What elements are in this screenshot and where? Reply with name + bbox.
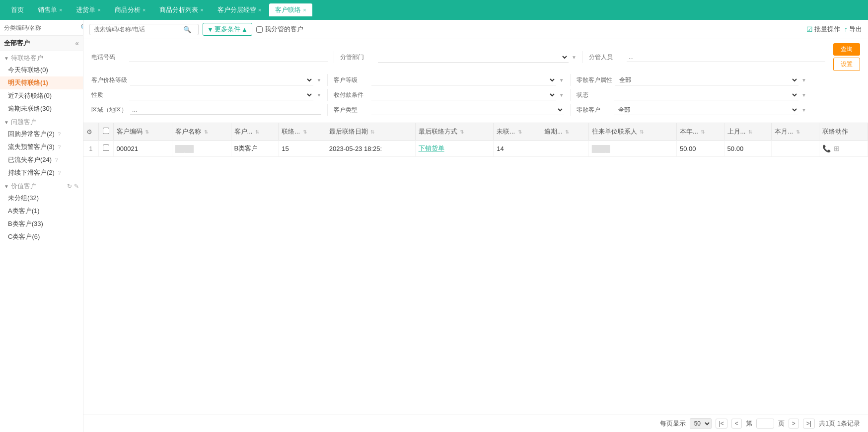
refresh-icon[interactable]: ↻	[67, 183, 72, 190]
setting-button[interactable]: 设置	[833, 58, 860, 71]
nav-customer-contact[interactable]: 客户联络 ×	[269, 3, 312, 16]
th-customer-code[interactable]: 客户编码 ⇅	[113, 123, 172, 141]
sidebar-item-repurchase-abnormal[interactable]: 回购异常客户(2) ?	[0, 128, 83, 141]
top-nav: 首页 销售单 × 进货单 × 商品分析 × 商品分析列表 × 客户分层经营 × …	[0, 0, 868, 20]
th-last-contact-method[interactable]: 最后联络方式 ⇅	[415, 123, 494, 141]
export-icon: ↑	[844, 25, 848, 33]
export-button[interactable]: ↑ 导出	[844, 25, 862, 34]
retail-customer-chevron-icon: ▼	[801, 107, 806, 113]
action-grid-icon[interactable]: ⊞	[834, 144, 840, 152]
filter-retail-customer-select[interactable]: 全部	[614, 105, 798, 115]
nav-goods-analysis-list[interactable]: 商品分析列表 ×	[153, 3, 209, 16]
th-uncontacted[interactable]: 未联... ⇅	[494, 123, 541, 141]
search-input[interactable]	[94, 26, 183, 33]
filter-customer-type-select[interactable]	[371, 105, 564, 115]
sidebar-item-tomorrow-contact[interactable]: 明天待联络(1)	[0, 76, 83, 89]
nav-sales[interactable]: 销售单 ×	[32, 3, 68, 16]
page-size-select[interactable]: 50	[690, 418, 712, 429]
help-icon2: ?	[58, 144, 61, 150]
sidebar-item-churn-warning[interactable]: 流失预警客户(3) ?	[0, 141, 83, 153]
my-customers-checkbox[interactable]	[256, 26, 263, 33]
sidebar-item-ungrouped[interactable]: 未分组(32)	[0, 192, 83, 205]
prev-page-button[interactable]: <	[731, 419, 742, 429]
filter-customer-level-select[interactable]	[371, 75, 556, 85]
filter-field-phone: 电话号码	[91, 53, 328, 62]
batch-op-button[interactable]: ☑ 批量操作	[806, 25, 840, 34]
next-page-button[interactable]: >	[789, 419, 799, 429]
filter-icon: ▼	[207, 26, 214, 33]
sidebar-item-churned[interactable]: 已流失客户(24) ?	[0, 153, 83, 166]
sidebar-item-today-contact[interactable]: 今天待联络(0)	[0, 64, 83, 76]
sidebar-item-a-class[interactable]: A类客户(1)	[0, 205, 83, 217]
filter-row-1: 电话号码 分管部门 ▼ 分管人员 查询 设	[91, 43, 860, 71]
last-method-link[interactable]: 下销货单	[419, 144, 444, 152]
nature-chevron-icon: ▼	[316, 92, 321, 98]
filter-nature-select[interactable]	[129, 90, 313, 100]
action-phone-icon[interactable]: 📞	[822, 144, 831, 152]
th-contact-count[interactable]: 联络... ⇅	[279, 123, 326, 141]
nav-goods-analysis[interactable]: 商品分析 ×	[109, 3, 151, 16]
nav-purchase[interactable]: 进货单 ×	[70, 3, 106, 16]
sidebar-search-input[interactable]	[4, 24, 78, 31]
filter-bar: 🔍 ▼ 更多条件 ▲ 我分管的客户 ☑ 批量操作 ↑ 导出	[83, 20, 868, 39]
filter-status-select[interactable]	[614, 90, 798, 100]
table-settings-icon[interactable]: ⚙	[83, 123, 98, 141]
filter-right-actions: ☑ 批量操作 ↑ 导出	[806, 25, 862, 34]
close-goods-list-icon[interactable]: ×	[200, 7, 203, 13]
row-code: 000021	[113, 141, 172, 157]
select-all-checkbox[interactable]	[103, 128, 109, 134]
my-customers-checkbox-area[interactable]: 我分管的客户	[256, 25, 303, 34]
sort-tmonth-icon: ⇅	[796, 129, 800, 135]
filter-row-2: 客户价格等级 ▼ 客户等级 ▼ 零散客户属性 全部 ▼	[91, 74, 860, 86]
help-icon3: ?	[55, 157, 58, 163]
row-this-month	[772, 141, 819, 157]
filter-manager-input[interactable]	[627, 53, 825, 62]
query-button[interactable]: 查询	[833, 43, 860, 56]
row-checkbox[interactable]	[103, 144, 109, 151]
th-last-contact-date[interactable]: 最后联络日期 ⇅	[326, 123, 415, 141]
sidebar-item-b-class[interactable]: B类客户(33)	[0, 217, 83, 230]
th-unit-contact[interactable]: 往来单位联系人 ⇅	[588, 123, 676, 141]
nav-home[interactable]: 首页	[5, 3, 30, 16]
th-this-year[interactable]: 本年... ⇅	[676, 123, 724, 141]
close-contact-icon[interactable]: ×	[303, 7, 306, 13]
close-sales-icon[interactable]: ×	[59, 7, 62, 13]
th-last-month[interactable]: 上月... ⇅	[724, 123, 772, 141]
sidebar: 🔍 全部客户 « ▼ 待联络客户 今天待联络(0) 明天待联络(1) 近7天待联…	[0, 20, 83, 432]
more-filter-button[interactable]: ▼ 更多条件 ▲	[203, 23, 252, 36]
first-page-button[interactable]: |<	[716, 419, 727, 429]
sidebar-collapse-icon[interactable]: «	[75, 39, 79, 47]
dept-chevron-icon: ▼	[572, 55, 577, 60]
filter-retail-attr-select[interactable]: 全部	[615, 75, 798, 85]
search-icon[interactable]: 🔍	[183, 26, 191, 33]
filter-region-input[interactable]	[130, 105, 321, 115]
close-tier-icon[interactable]: ×	[258, 7, 261, 13]
sidebar-all-customers[interactable]: 全部客户 «	[0, 36, 83, 51]
sidebar-item-declining[interactable]: 持续下滑客户(2) ?	[0, 166, 83, 179]
edit-icon[interactable]: ✎	[74, 183, 79, 190]
nav-customer-tier[interactable]: 客户分层经营 ×	[212, 3, 267, 16]
close-purchase-icon[interactable]: ×	[97, 7, 100, 13]
customer-level-chevron-icon: ▼	[559, 77, 564, 83]
advanced-filter-panel: 电话号码 分管部门 ▼ 分管人员 查询 设	[83, 39, 868, 123]
sidebar-item-overdue-contact[interactable]: 逾期未联络(30)	[0, 102, 83, 115]
row-last-method: 下销货单	[415, 141, 494, 157]
filter-dept-select[interactable]	[378, 52, 569, 63]
table-row: 1 000021 ████ B类客户 15 2023-05-23 18:25: …	[83, 141, 868, 157]
page-number-input[interactable]: 1	[756, 419, 774, 429]
filter-field-payment: 收付款条件 ▼	[334, 90, 564, 100]
filter-field-status: 状态 ▼	[577, 90, 806, 100]
last-page-button[interactable]: >|	[803, 419, 815, 429]
th-customer-cat[interactable]: 客户... ⇅	[231, 123, 279, 141]
th-overdue[interactable]: 逾期... ⇅	[541, 123, 588, 141]
filter-price-level-select[interactable]	[130, 75, 313, 85]
sidebar-item-c-class[interactable]: C类客户(6)	[0, 230, 83, 243]
filter-phone-input[interactable]	[129, 53, 328, 62]
close-goods-analysis-icon[interactable]: ×	[143, 7, 145, 13]
th-this-month[interactable]: 本月... ⇅	[772, 123, 819, 141]
row-uncontacted: 14	[494, 141, 541, 157]
filter-payment-select[interactable]	[371, 90, 556, 100]
sidebar-item-7day-contact[interactable]: 近7天待联络(0)	[0, 89, 83, 102]
sidebar-group-pending: ▼ 待联络客户	[0, 51, 83, 64]
th-customer-name[interactable]: 客户名称 ⇅	[172, 123, 231, 141]
